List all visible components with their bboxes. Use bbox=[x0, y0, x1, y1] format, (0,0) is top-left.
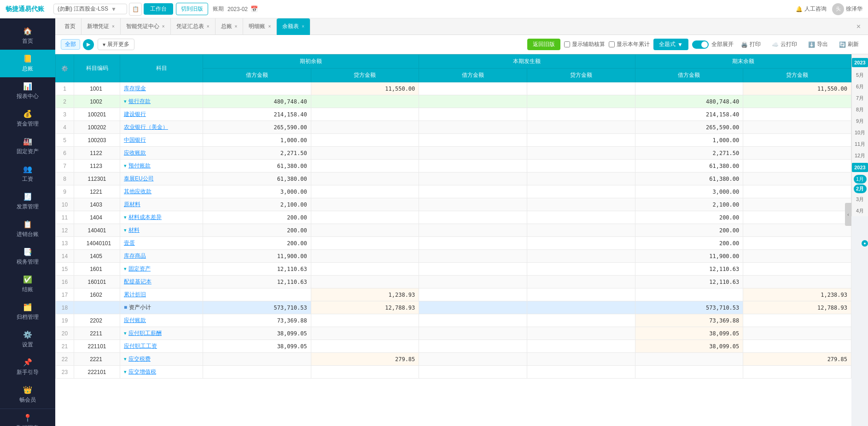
tab-general-ledger-close[interactable]: × bbox=[235, 24, 238, 29]
switch-version-button[interactable]: 切到旧版 bbox=[176, 3, 208, 15]
row-name[interactable]: ▾银行存款 bbox=[120, 95, 203, 108]
row-name[interactable]: ▾材料 bbox=[120, 224, 203, 237]
sidebar-item-member[interactable]: 👑 畅会员 bbox=[0, 381, 55, 409]
row-name[interactable]: 泰展EU公司 bbox=[120, 173, 203, 185]
print-btn[interactable]: 🖨️ 打印 bbox=[737, 39, 764, 50]
month-11[interactable]: 11月 bbox=[852, 139, 868, 150]
month-10[interactable]: 10月 bbox=[852, 127, 868, 138]
sidebar-item-tax[interactable]: 📑 税务管理 bbox=[0, 243, 55, 271]
settings-icon: ⚙️ bbox=[23, 330, 32, 339]
sidebar-item-invoice[interactable]: 🧾 发票管理 bbox=[0, 188, 55, 215]
row-name[interactable]: ▾材料成本差异 bbox=[120, 211, 203, 224]
export-btn[interactable]: ⬇️ 导出 bbox=[804, 39, 832, 50]
filter-tag-all[interactable]: 全部 bbox=[61, 39, 80, 50]
show-assist-checkbox[interactable] bbox=[564, 41, 570, 47]
cloud-print-btn[interactable]: ☁️ 云打印 bbox=[768, 39, 801, 50]
workbench-button[interactable]: 工作台 bbox=[144, 3, 173, 15]
tab-new-voucher[interactable]: 新增凭证 × bbox=[82, 18, 121, 35]
panel-collapse-btn[interactable]: ‹ bbox=[845, 203, 851, 226]
show-assist-checkbox-label[interactable]: 显示辅助核算 bbox=[564, 40, 605, 48]
expand-all-switch[interactable] bbox=[692, 40, 709, 49]
row-name[interactable]: 库存商品 bbox=[120, 250, 203, 263]
month-5[interactable]: 5月 bbox=[852, 70, 868, 81]
row-name[interactable]: 累计折旧 bbox=[120, 288, 203, 301]
show-year-cumulative-checkbox[interactable] bbox=[609, 41, 615, 47]
sidebar-item-guide[interactable]: 📌 新手引导 bbox=[0, 353, 55, 381]
sidebar-item-settle[interactable]: ✅ 结账 bbox=[0, 271, 55, 298]
sidebar-item-report[interactable]: 📊 报表中心 bbox=[0, 77, 55, 105]
filter-arrow-btn[interactable]: ▶ bbox=[83, 39, 94, 50]
row-name[interactable]: ▾应交税费 bbox=[120, 353, 203, 366]
row-name[interactable]: 应付职工工资 bbox=[120, 340, 203, 353]
return-old-version-btn[interactable]: 返回旧版 bbox=[527, 39, 560, 50]
expand-icon[interactable]: ▾ bbox=[124, 356, 127, 362]
year-label-2023-2[interactable]: 2023 bbox=[852, 163, 868, 172]
row-name[interactable]: 配提基记本 bbox=[120, 276, 203, 288]
row-name[interactable]: 应付账款 bbox=[120, 314, 203, 327]
tab-general-ledger[interactable]: 总账 × bbox=[216, 18, 244, 35]
sidebar-item-home[interactable]: 🏠 首页 bbox=[0, 22, 55, 50]
row-name[interactable]: 农业银行（美金） bbox=[120, 121, 203, 134]
expand-icon[interactable]: ▾ bbox=[124, 214, 127, 220]
expand-icon[interactable]: ▾ bbox=[124, 227, 127, 233]
tab-detail-ledger[interactable]: 明细账 × bbox=[243, 18, 277, 35]
sidebar-item-unpin[interactable]: 📍 取消固定 bbox=[0, 409, 55, 426]
month-2[interactable]: 2月 bbox=[854, 184, 867, 193]
tab-new-voucher-close[interactable]: × bbox=[112, 24, 115, 29]
row-name[interactable]: 壹蛋 bbox=[120, 237, 203, 250]
sidebar-item-capital[interactable]: 💰 资金管理 bbox=[0, 105, 55, 132]
month-9[interactable]: 9月 bbox=[852, 116, 868, 127]
row-name[interactable]: 其他应收款 bbox=[120, 185, 203, 198]
tab-balance-sheet[interactable]: 余额表 × bbox=[277, 18, 310, 35]
full-mode-btn[interactable]: 全题式 ▼ bbox=[653, 39, 688, 50]
expand-more-btn[interactable]: ▾ 展开更多 bbox=[98, 39, 134, 50]
row-name[interactable]: 应收账款 bbox=[120, 147, 203, 160]
row-name[interactable]: ▾固定资产 bbox=[120, 263, 203, 276]
month-8[interactable]: 8月 bbox=[852, 104, 868, 115]
row-name[interactable]: ▾预付账款 bbox=[120, 160, 203, 173]
sidebar-item-archive[interactable]: 🗂️ 归档管理 bbox=[0, 298, 55, 326]
sidebar-item-fixed[interactable]: 🏭 固定资产 bbox=[0, 132, 55, 160]
row-name[interactable]: 库存现金 bbox=[120, 82, 203, 95]
sidebar-item-payroll[interactable]: 👥 工资 bbox=[0, 160, 55, 188]
row-name[interactable]: ▾应付职工薪酬 bbox=[120, 327, 203, 340]
expand-icon[interactable]: ▾ bbox=[124, 369, 127, 374]
sidebar-item-purchase[interactable]: 📋 进销台账 bbox=[0, 215, 55, 243]
tab-voucher-summary[interactable]: 凭证汇总表 × bbox=[171, 18, 216, 35]
sidebar-item-ledger[interactable]: 📒 总账 bbox=[0, 50, 55, 77]
expand-icon[interactable]: ▾ bbox=[124, 98, 127, 104]
tab-balance-sheet-close[interactable]: × bbox=[302, 24, 304, 29]
row-name[interactable]: 原材料 bbox=[120, 198, 203, 211]
expand-icon[interactable]: ▾ bbox=[124, 266, 127, 271]
show-year-cumulative-checkbox-label[interactable]: 显示本年累计 bbox=[609, 40, 650, 48]
settings-col-header[interactable]: ⚙️ bbox=[56, 55, 74, 82]
row-name[interactable]: 中国银行 bbox=[120, 134, 203, 147]
year-label-2023[interactable]: 2023 bbox=[852, 58, 868, 67]
row-name[interactable]: ▾应交增值税 bbox=[120, 366, 203, 379]
panel-dot-indicator[interactable]: ● bbox=[862, 240, 868, 247]
tab-smart-voucher[interactable]: 智能凭证中心 × bbox=[121, 18, 171, 35]
month-7[interactable]: 7月 bbox=[852, 93, 868, 104]
expand-icon[interactable]: ▾ bbox=[124, 330, 127, 336]
user-area[interactable]: 头 徐泽华 bbox=[832, 3, 862, 15]
close-window-icon[interactable]: × bbox=[853, 23, 864, 31]
sidebar-item-settings[interactable]: ⚙️ 设置 bbox=[0, 326, 55, 353]
month-1[interactable]: 1月 bbox=[854, 175, 867, 184]
month-12[interactable]: 12月 bbox=[852, 150, 868, 161]
full-mode-dropdown-icon: ▼ bbox=[677, 41, 683, 48]
company-selector[interactable]: (勿删) 江西股金-LSS ▼ bbox=[53, 4, 127, 14]
tab-home[interactable]: 首页 bbox=[59, 18, 82, 35]
expand-icon[interactable]: ▾ bbox=[124, 163, 127, 168]
tab-voucher-summary-close[interactable]: × bbox=[207, 24, 210, 29]
refresh-btn[interactable]: 🔄 刷新 bbox=[835, 39, 862, 50]
tab-detail-ledger-close[interactable]: × bbox=[268, 24, 271, 29]
tab-smart-voucher-close[interactable]: × bbox=[162, 24, 165, 29]
month-6[interactable]: 6月 bbox=[852, 81, 868, 92]
calendar-icon[interactable]: 📅 bbox=[250, 6, 258, 12]
expand-all-toggle[interactable]: 全部展开 bbox=[692, 40, 734, 49]
month-4[interactable]: 4月 bbox=[852, 206, 868, 216]
consult-btn[interactable]: 🔔 人工咨询 bbox=[796, 5, 827, 13]
month-3[interactable]: 3月 bbox=[852, 194, 868, 205]
copy-icon[interactable]: 📋 bbox=[129, 3, 142, 16]
row-name[interactable]: 建设银行 bbox=[120, 108, 203, 121]
